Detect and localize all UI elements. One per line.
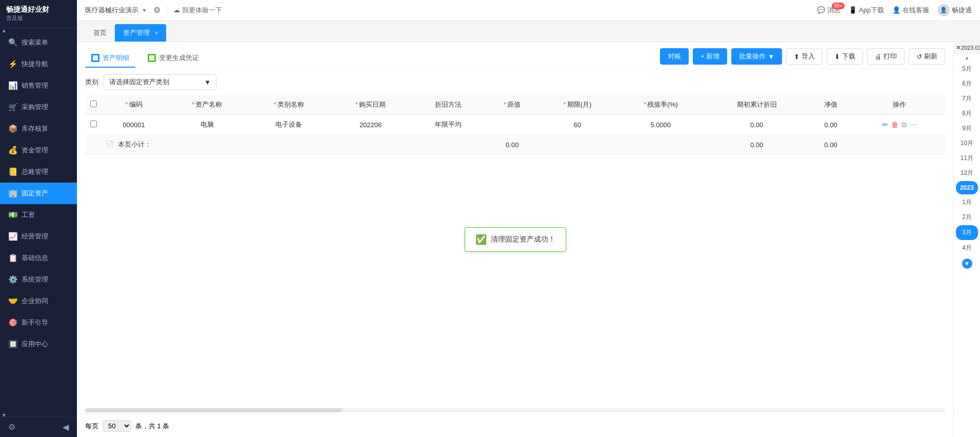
sidebar-item-newbie[interactable]: 🎯 新手引导: [0, 312, 77, 333]
month-item-1[interactable]: 1月: [954, 195, 980, 210]
horizontal-scrollbar[interactable]: [85, 408, 945, 412]
sidebar-item-cooperation[interactable]: 🤝 企业协同: [0, 290, 77, 312]
month-item-4[interactable]: 4月: [954, 241, 980, 255]
online-service-button[interactable]: 👤 在线客服: [892, 6, 929, 15]
sub-tab-asset-detail[interactable]: 资产明细: [85, 49, 135, 68]
new-button[interactable]: + 新增: [693, 48, 727, 65]
month-item-12[interactable]: 12月: [954, 166, 980, 181]
messages-button[interactable]: 💬 消息 99+: [817, 6, 841, 15]
experience-button[interactable]: ☁ 我要体验一下: [173, 6, 222, 15]
table-row: 000001 电脑 电子设备 202206 年限平均 60 5.0000 0.0…: [85, 115, 945, 135]
month-item-11[interactable]: 11月: [954, 151, 980, 166]
refresh-icon: ↺: [916, 53, 922, 61]
sub-tabs-bar: 资产明细 变更生成凭证 对账 + 新增 批量操作 ▼ ⬆: [77, 42, 953, 69]
month-item-8[interactable]: 8月: [954, 106, 980, 121]
app-download-button[interactable]: 📱 App下载: [849, 6, 884, 15]
svg-rect-0: [93, 55, 98, 61]
sidebar-item-fixed-assets[interactable]: 🏢 固定资产: [0, 183, 77, 204]
month-item-3-active[interactable]: 3月: [956, 225, 978, 240]
table-header-row: *编码 *资产名称 *类别名称 *购买日期 折旧方法 *原值 *期限(月) *残…: [85, 95, 945, 115]
settings-bottom-icon[interactable]: ⚙: [8, 422, 15, 432]
sidebar-item-inventory[interactable]: 📦 库存核算: [0, 118, 77, 140]
category-label: 类别: [85, 77, 98, 87]
batch-ops-label: 批量操作: [739, 52, 766, 61]
import-button[interactable]: ⬆ 导入: [786, 48, 823, 65]
newbie-icon: 🎯: [8, 318, 17, 327]
download-button[interactable]: ⬇ 下载: [827, 48, 863, 65]
toast-check-icon: ✅: [475, 234, 487, 245]
import-icon: ⬆: [794, 53, 799, 61]
col-depreciation-method: 折旧方法: [411, 95, 485, 115]
sidebar-item-capital[interactable]: 💰 资金管理: [0, 140, 77, 161]
collapse-sidebar-icon[interactable]: ◀: [63, 422, 69, 432]
sidebar-scroll-down[interactable]: ▼: [0, 412, 8, 416]
sidebar-item-label: 快捷导航: [22, 59, 48, 69]
months-scroll-down[interactable]: ▼: [954, 255, 980, 272]
cell-depreciation-method: 年限平均: [411, 115, 485, 135]
month-item-5[interactable]: 5月: [954, 62, 980, 76]
sub-tab-voucher[interactable]: 变更生成凭证: [142, 49, 205, 68]
sidebar-item-app-center[interactable]: 🔲 应用中心: [0, 333, 77, 355]
basic-info-icon: 📋: [8, 253, 17, 263]
sales-icon: 📊: [8, 81, 17, 90]
sidebar-scroll-up[interactable]: ▲: [0, 28, 8, 32]
subtotal-empty2: [539, 135, 616, 155]
sidebar-item-label: 采购管理: [22, 103, 48, 112]
edit-icon[interactable]: ✏: [882, 121, 888, 129]
sidebar-item-quick-nav[interactable]: ⚡ 快捷导航: [0, 53, 77, 75]
refresh-button[interactable]: ↺ 刷新: [909, 48, 945, 65]
user-avatar-button[interactable]: 👤 畅捷通: [937, 4, 972, 16]
sidebar-item-basic-info[interactable]: 📋 基础信息: [0, 247, 77, 269]
category-placeholder: 请选择固定资产类别: [109, 77, 169, 87]
month-item-6[interactable]: 6月: [954, 76, 980, 91]
subtotal-initial-dep: 0.00: [706, 135, 808, 155]
delete-icon[interactable]: 🗑: [891, 121, 898, 129]
cell-residual-rate: 5.0000: [616, 115, 706, 135]
more-icon[interactable]: ⋯: [910, 121, 917, 129]
copy-icon[interactable]: ⧉: [902, 121, 907, 129]
sidebar-item-search[interactable]: 🔍 搜索菜单: [0, 32, 77, 53]
month-item-7[interactable]: 7月: [954, 91, 980, 106]
print-label: 打印: [884, 52, 897, 61]
month-item-2[interactable]: 2月: [954, 210, 980, 225]
sidebar-item-system[interactable]: ⚙️ 系统管理: [0, 269, 77, 290]
scrollbar-thumb[interactable]: [85, 408, 342, 412]
user-label: 畅捷通: [952, 6, 972, 15]
sidebar-item-ledger[interactable]: 📒 总账管理: [0, 161, 77, 183]
sub-tab-asset-detail-label: 资产明细: [103, 53, 129, 63]
tab-home[interactable]: 首页: [85, 24, 115, 42]
per-page-select[interactable]: 50 100 200: [103, 420, 131, 432]
col-net-value: 净值: [808, 95, 853, 115]
tab-close-icon[interactable]: ×: [155, 30, 158, 36]
sidebar-item-management[interactable]: 📈 经营管理: [0, 226, 77, 247]
print-button[interactable]: 🖨 打印: [867, 48, 905, 65]
content-area: 资产明细 变更生成凭证 对账 + 新增 批量操作 ▼ ⬆: [77, 42, 953, 437]
col-purchase-date: *购买日期: [330, 95, 411, 115]
close-panel-icon[interactable]: ✕: [956, 44, 961, 51]
reconcile-button[interactable]: 对账: [660, 48, 689, 65]
tab-asset-management[interactable]: 资产管理 ×: [115, 24, 166, 42]
sidebar-item-purchase[interactable]: 🛒 采购管理: [0, 96, 77, 118]
col-original-value: *原值: [486, 95, 539, 115]
cell-code: 000001: [102, 115, 166, 135]
quick-nav-icon: ⚡: [8, 59, 17, 69]
year-label-2023[interactable]: 2023: [956, 181, 978, 194]
category-select[interactable]: 请选择固定资产类别 ▼: [104, 74, 216, 90]
year-month-panel: ✕ 2023.03 ⤡ ▲ 5月 6月 7月 8月 9月 10月 11月 12月…: [953, 42, 980, 437]
months-scroll-up[interactable]: ▲: [954, 54, 980, 62]
col-residual-rate: *残值率(%): [616, 95, 706, 115]
row-checkbox[interactable]: [90, 121, 97, 127]
settings-icon[interactable]: ⚙: [153, 5, 161, 15]
company-selector[interactable]: 医疗器械行业演示 ▼: [85, 6, 147, 15]
cloud-icon: ☁: [173, 6, 180, 14]
sidebar-item-sales[interactable]: 📊 销售管理: [0, 75, 77, 96]
sidebar-item-salary[interactable]: 💵 工资: [0, 204, 77, 226]
sidebar-item-label: 企业协同: [22, 296, 48, 306]
batch-ops-button[interactable]: 批量操作 ▼: [731, 48, 782, 65]
select-all-checkbox[interactable]: [90, 101, 97, 107]
col-name: *资产名称: [166, 95, 248, 115]
year-display: 2023.03: [961, 45, 980, 51]
month-item-10[interactable]: 10月: [954, 136, 980, 151]
col-period: *期限(月): [539, 95, 616, 115]
month-item-9[interactable]: 9月: [954, 121, 980, 136]
